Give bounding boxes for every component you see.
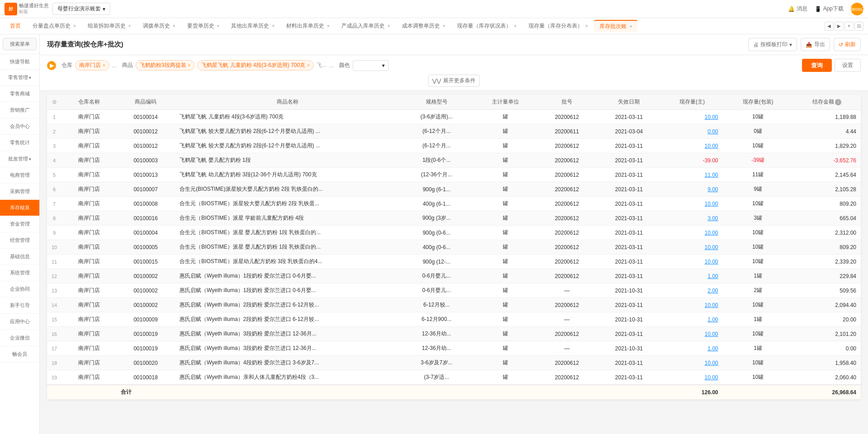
product-more-dots[interactable]: ... (329, 62, 334, 69)
row-code: 00100003 (116, 153, 175, 168)
sidebar-item-system[interactable]: 系统管理 (0, 265, 39, 281)
row-qty-main[interactable]: 10.00 (662, 356, 723, 370)
sidebar-item-finance[interactable]: 资金管理 (0, 216, 39, 232)
tab-10[interactable]: 现存量（库存分布表） × (523, 20, 594, 32)
close-icon[interactable]: × (217, 24, 220, 28)
product-filter-tag-1[interactable]: 飞鹤奶粉3段两提装 × (136, 60, 195, 71)
close-icon[interactable]: × (128, 24, 131, 28)
sidebar-item-guide[interactable]: 新手引导 (0, 297, 39, 314)
sidebar-item-stats[interactable]: 零售统计 (0, 135, 39, 151)
tab-1[interactable]: 分量盘点单历史 × (27, 20, 81, 32)
row-qty-main[interactable]: -39.00 (662, 153, 723, 168)
close-icon[interactable]: × (73, 24, 76, 28)
row-qty-main[interactable]: 10.00 (662, 197, 723, 211)
close-icon[interactable]: × (629, 24, 632, 29)
row-qty-main[interactable]: 10.00 (662, 298, 723, 312)
row-qty-main[interactable]: 9.00 (662, 182, 723, 197)
sidebar-item-inventory[interactable]: 库存核算 (0, 200, 39, 216)
tab-11[interactable]: 库存批次账 × (594, 20, 637, 32)
row-qty-main[interactable]: 10.00 (662, 370, 723, 385)
settings-button[interactable]: 设置 (835, 59, 861, 72)
settings-icon[interactable]: ⚙ (52, 99, 57, 105)
sidebar-item-ecommerce[interactable]: 电商管理 (0, 167, 39, 184)
search-menu-button[interactable]: 搜索菜单 (3, 38, 37, 50)
tab-3[interactable]: 调拨单历史 × (137, 20, 181, 32)
sidebar-item-marketing[interactable]: 营销推广 (0, 102, 39, 118)
close-icon[interactable]: × (327, 24, 330, 28)
row-qty-main[interactable]: 3.00 (662, 211, 723, 226)
remove-product-tag-2-button[interactable]: × (307, 63, 310, 68)
product-filter-tag-2[interactable]: 飞鹤星飞帆 儿童奶粉 4段(3-6岁适用) 700克 × (197, 60, 314, 71)
row-unit: 罐 (473, 110, 538, 124)
filter-toggle-button[interactable]: ▶ (47, 61, 56, 70)
message-button[interactable]: 🔔 消息 (788, 5, 807, 13)
sidebar-item-basic[interactable]: 基础信息 (0, 249, 39, 265)
row-expire: 2021-03-11 (596, 211, 662, 226)
row-warehouse: 南岸门店 (61, 283, 116, 298)
row-qty-main[interactable]: 11.00 (662, 168, 723, 182)
account-selector[interactable]: 母婴行业演示账套 ▾ (52, 3, 110, 15)
tab-5[interactable]: 其他出库单历史 × (226, 20, 280, 32)
avatar[interactable]: demo2 (851, 3, 863, 15)
sidebar-item-apps[interactable]: 应用中心 (0, 314, 39, 330)
close-icon[interactable]: × (585, 24, 588, 28)
remove-warehouse-tag-button[interactable]: × (103, 63, 105, 68)
warehouse-filter-tag[interactable]: 南岸门店 × (75, 60, 109, 71)
sidebar-item-wholesale[interactable]: 批发管理 ▾ (0, 151, 39, 167)
expand-conditions-button[interactable]: ⋁⋁ 展开更多条件 (428, 75, 480, 87)
tab-4[interactable]: 要货单历史 × (182, 20, 225, 32)
product-more-button[interactable]: 飞... (316, 61, 326, 69)
close-icon[interactable]: × (443, 24, 445, 28)
table-row: 9 南岸门店 00100004 合生元（BIOSTIME）派星 婴儿配方奶粉 1… (47, 226, 861, 240)
sidebar-item-member[interactable]: 会员中心 (0, 118, 39, 135)
nav-prev-button[interactable]: ◀ (825, 22, 834, 31)
close-icon[interactable]: × (173, 24, 175, 28)
nav-next-button[interactable]: ▶ (835, 22, 844, 31)
tab-home[interactable]: 首页 (5, 20, 26, 32)
row-name: 飞鹤星飞帆 较大婴儿配方奶粉 2段(6-12个月婴幼儿适用) ... (175, 124, 400, 139)
tab-9[interactable]: 现存量（库存状况表） × (452, 20, 522, 32)
search-button[interactable]: 查询 (802, 59, 832, 72)
sidebar-item-operation[interactable]: 经营管理 (0, 232, 39, 249)
sidebar-item-collab[interactable]: 企业协同 (0, 281, 39, 297)
row-name: 惠氏启赋（Wyeth illuma）亲和人体儿童配方奶粉4段（3... (175, 370, 400, 385)
remove-product-tag-1-button[interactable]: × (188, 63, 191, 68)
tab-2[interactable]: 组装拆卸单历史 × (82, 20, 137, 32)
app-download-button[interactable]: 📱 App下载 (815, 5, 844, 13)
row-qty-main[interactable]: 0.00 (662, 124, 723, 139)
row-qty-main[interactable]: 10.00 (662, 240, 723, 255)
row-qty-main[interactable]: 10.00 (662, 139, 723, 153)
row-qty-main[interactable]: 2.00 (662, 283, 723, 298)
sidebar-item-shop[interactable]: 零售商城 (0, 86, 39, 102)
sidebar-item-wxwork[interactable]: 企业微信 (0, 330, 39, 346)
close-icon[interactable]: × (272, 24, 274, 28)
tab-8[interactable]: 成本调整单历史 × (396, 20, 451, 32)
tab-7[interactable]: 产成品入库单历史 × (336, 20, 396, 32)
table-row: 14 南岸门店 00100002 惠氏启赋（Wyeth illuma）2段奶粉 … (47, 298, 861, 312)
warehouse-more-button[interactable]: ... (112, 62, 117, 69)
sidebar-item-purchase[interactable]: 采购管理 (0, 184, 39, 200)
close-icon[interactable]: × (514, 24, 517, 28)
export-button[interactable]: 📤 导出 (801, 38, 830, 51)
row-qty-main[interactable]: 10.00 (662, 327, 723, 341)
row-qty-main[interactable]: 1.00 (662, 269, 723, 283)
row-qty-main[interactable]: 1.00 (662, 312, 723, 327)
refresh-button[interactable]: ↺ 刷新 (834, 38, 861, 51)
row-qty-main[interactable]: 10.00 (662, 226, 723, 240)
nav-menu-button[interactable]: ⊡ (854, 22, 863, 31)
sidebar-item-retail[interactable]: 零售管理 ▾ (0, 70, 39, 86)
sidebar-item-label: 应用中心 (10, 319, 30, 324)
amount-info-icon[interactable]: i (835, 99, 841, 105)
close-icon[interactable]: × (387, 24, 390, 28)
row-qty-main[interactable]: 10.00 (662, 110, 723, 124)
template-print-button[interactable]: 🖨 按模板打印 ▾ (748, 38, 797, 51)
tab-6[interactable]: 材料出库单历史 × (281, 20, 335, 32)
sidebar-item-vip[interactable]: 畅会员 (0, 346, 39, 363)
color-filter-dropdown[interactable]: ▾ (353, 60, 389, 71)
row-qty-main[interactable]: 1.00 (662, 341, 723, 356)
nav-close-button[interactable]: × (844, 22, 854, 31)
row-name: 飞鹤星飞帆 较大婴儿配方奶粉 2段(6-12个月婴幼儿适用) ... (175, 139, 400, 153)
th-settings[interactable]: ⚙ (47, 94, 61, 110)
row-qty-main[interactable]: 10.00 (662, 255, 723, 269)
quick-nav-button[interactable]: 快捷导航 (3, 56, 37, 67)
